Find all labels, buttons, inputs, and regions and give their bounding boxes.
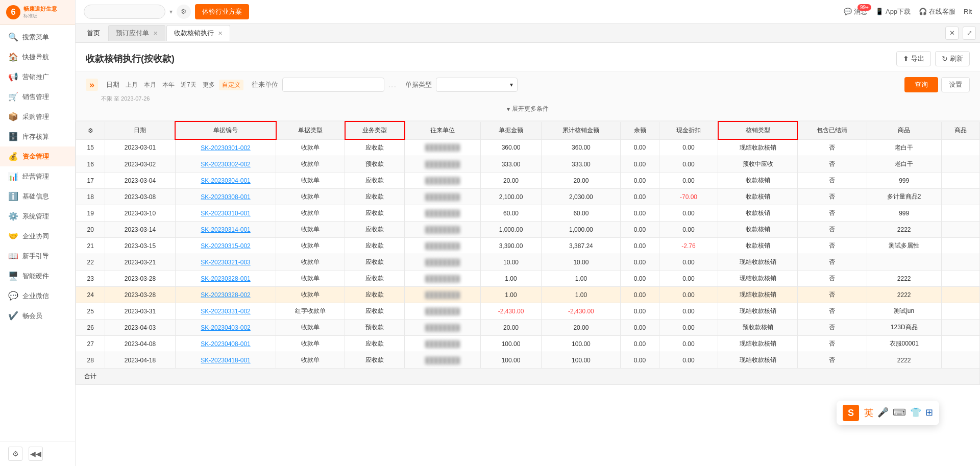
data-table: ⚙ 日期 单据编号 单据类型 业务类型 往来单位 单据金额 累计核销金额 余额 … — [76, 121, 980, 385]
voucher-no-link[interactable]: SK-20230408-001 — [201, 340, 250, 348]
expand-more-button[interactable]: ▾ 展开更多条件 — [507, 105, 549, 113]
date-this-year[interactable]: 本年 — [160, 80, 177, 90]
date-custom[interactable]: 自定义 — [219, 80, 243, 90]
tab-prepay-close[interactable]: ✕ — [153, 30, 158, 37]
tab-home[interactable]: 首页 — [80, 26, 107, 41]
voucher-no-link[interactable]: SK-20230321-003 — [201, 259, 250, 266]
sidebar-item-marketing[interactable]: 📢营销推广 — [0, 67, 75, 87]
close-tab-icon[interactable]: ✕ — [945, 27, 959, 40]
topbar-dropdown-arrow[interactable]: ▾ — [169, 8, 173, 15]
headset-icon: 🎧 — [919, 8, 927, 15]
sidebar-item-operations[interactable]: 📊经营管理 — [0, 166, 75, 186]
cell-no: 16 — [76, 156, 105, 173]
col-settings-header[interactable]: ⚙ — [76, 121, 105, 139]
refresh-button[interactable]: ↻ 刷新 — [935, 51, 970, 66]
voucher-no-link[interactable]: SK-20230314-001 — [201, 226, 250, 233]
sidebar-item-system[interactable]: ⚙️系统管理 — [0, 206, 75, 226]
cell-total-writeoff: 100.00 — [542, 352, 621, 369]
filter-expand-button[interactable]: » — [86, 79, 98, 91]
table-footer-row: 合计 — [76, 369, 980, 385]
partner-cell: ████████ — [425, 357, 460, 364]
partner-filter-section: 往来单位 ... — [252, 78, 397, 92]
date-more[interactable]: 更多 — [201, 80, 217, 90]
sidebar-icon-sales: 🛒 — [8, 92, 18, 102]
sidebar-item-sales[interactable]: 🛒销售管理 — [0, 87, 75, 107]
cell-product2 — [941, 352, 979, 369]
filter-settings-button[interactable]: 设置 — [941, 77, 970, 92]
voucher-no-link[interactable]: SK-20230301-002 — [201, 144, 250, 152]
sidebar-item-finance[interactable]: 💰资金管理 — [0, 146, 75, 166]
tab-prepay[interactable]: 预订应付单 ✕ — [108, 25, 165, 41]
cell-cash-discount: 0.00 — [659, 205, 718, 222]
float-icon-shirt[interactable]: 👕 — [910, 407, 921, 419]
sidebar-item-member[interactable]: ✔️畅会员 — [0, 306, 75, 326]
cell-include-settled: 否 — [797, 352, 867, 369]
sidebar-item-purchase[interactable]: 📦采购管理 — [0, 107, 75, 127]
float-icon-apps[interactable]: ⊞ — [925, 407, 933, 419]
cell-product2 — [941, 287, 979, 303]
cell-writeoff-type: 现结收款核销 — [718, 254, 797, 271]
date-last-month[interactable]: 上月 — [124, 80, 140, 90]
date-7days[interactable]: 近7天 — [179, 80, 199, 90]
messages-link[interactable]: 💬 消息 99+ — [844, 7, 867, 16]
online-service-link[interactable]: 🎧 在线客服 — [919, 7, 955, 16]
float-icon-dot[interactable]: 英 — [864, 407, 873, 419]
topbar-search-input[interactable] — [84, 5, 165, 19]
voucher-no-link[interactable]: SK-20230328-001 — [201, 275, 250, 282]
cell-partner: ████████ — [405, 320, 481, 336]
voucher-no-link[interactable]: SK-20230304-001 — [201, 177, 250, 184]
solution-button[interactable]: 体验行业方案 — [195, 4, 249, 19]
tab-writeoff[interactable]: 收款核销执行 ✕ — [166, 25, 230, 41]
cell-voucher-no: SK-20230302-002 — [175, 156, 276, 173]
cell-voucher-type: 收款单 — [276, 254, 345, 271]
voucher-no-link[interactable]: SK-20230310-001 — [201, 210, 250, 217]
voucher-no-link[interactable]: SK-20230315-002 — [201, 242, 250, 250]
table-row: 16 2023-03-02 SK-20230302-002 收款单 预收款 ██… — [76, 156, 980, 173]
topbar-gear-icon[interactable]: ⚙ — [177, 5, 191, 19]
voucher-no-link[interactable]: SK-20230328-002 — [201, 291, 250, 299]
cell-voucher-no: SK-20230403-002 — [175, 320, 276, 336]
voucher-no-link[interactable]: SK-20230403-002 — [201, 324, 250, 331]
partner-input[interactable] — [282, 78, 384, 92]
app-download-link[interactable]: 📱 App下载 — [875, 7, 911, 16]
cell-biz-type: 应收款 — [345, 205, 405, 222]
sidebar-item-inventory[interactable]: 🗄️库存核算 — [0, 127, 75, 146]
cell-no: 23 — [76, 271, 105, 287]
sidebar-item-hardware[interactable]: 🖥️智能硬件 — [0, 266, 75, 286]
settings-footer-icon[interactable]: ⚙ — [8, 447, 22, 461]
cell-include-settled: 否 — [797, 271, 867, 287]
table-header-row: ⚙ 日期 单据编号 单据类型 业务类型 往来单位 单据金额 累计核销金额 余额 … — [76, 121, 980, 139]
export-button[interactable]: ⬆ 导出 — [896, 51, 931, 66]
voucher-no-link[interactable]: SK-20230331-002 — [201, 308, 250, 315]
voucher-no-link[interactable]: SK-20230308-001 — [201, 193, 250, 201]
query-button[interactable]: 查询 — [904, 77, 938, 92]
sidebar-item-shortcut[interactable]: 🏠快捷导航 — [0, 47, 75, 67]
cell-writeoff-type: 收款核销 — [718, 189, 797, 205]
cell-product — [867, 254, 941, 271]
sidebar-item-enterprise[interactable]: 🤝企业协同 — [0, 226, 75, 246]
expand-tab-icon[interactable]: ⤢ — [963, 27, 976, 40]
collapse-icon[interactable]: ◀◀ — [29, 447, 43, 461]
cell-voucher-type: 收款单 — [276, 173, 345, 189]
sidebar-label-system: 系统管理 — [22, 212, 49, 221]
sidebar-item-guide[interactable]: 📖新手引导 — [0, 246, 75, 266]
cell-voucher-type: 收款单 — [276, 352, 345, 369]
user-profile[interactable]: Rit — [964, 8, 972, 15]
cell-balance: 0.00 — [621, 303, 659, 320]
tab-writeoff-close[interactable]: ✕ — [218, 30, 223, 37]
sidebar-item-wechat[interactable]: 💬企业微信 — [0, 286, 75, 306]
voucher-no-link[interactable]: SK-20230302-002 — [201, 161, 250, 168]
float-icon-grid[interactable]: ⌨ — [893, 407, 906, 419]
voucher-type-select[interactable]: ▾ — [436, 78, 518, 92]
voucher-no-link[interactable]: SK-20230418-001 — [201, 357, 250, 364]
cell-date: 2023-03-31 — [105, 303, 175, 320]
sidebar-icon-search: 🔍 — [8, 32, 18, 42]
sidebar-item-search[interactable]: 🔍搜索菜单 — [0, 27, 75, 47]
cell-no: 24 — [76, 287, 105, 303]
cell-product: 测试jun — [867, 303, 941, 320]
cell-voucher-type: 收款单 — [276, 222, 345, 238]
date-this-month[interactable]: 本月 — [142, 80, 158, 90]
float-icon-mic[interactable]: 🎤 — [877, 407, 889, 419]
sidebar-item-basic[interactable]: ℹ️基础信息 — [0, 186, 75, 206]
cell-total-writeoff: 360.00 — [542, 139, 621, 156]
